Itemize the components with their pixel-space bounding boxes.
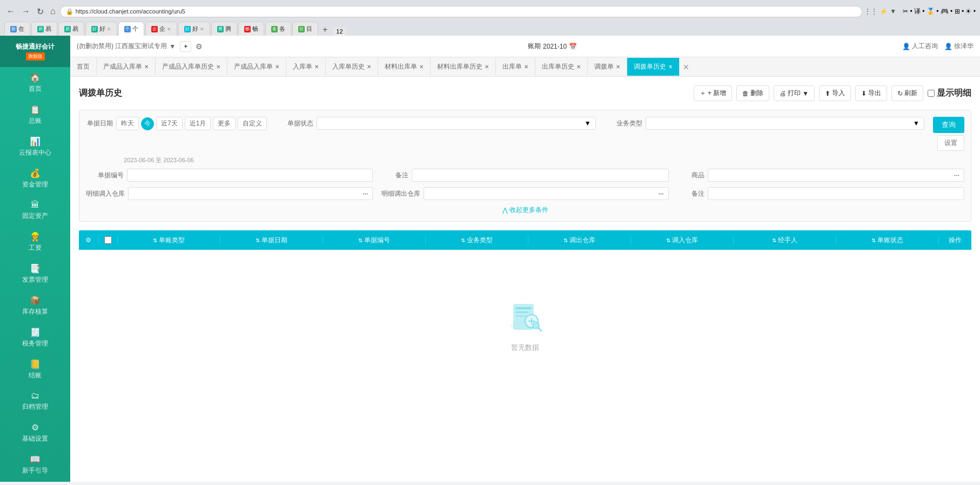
th-doc-date[interactable]: ⇅ 单据日期 <box>220 236 323 245</box>
goods-input[interactable]: ··· <box>708 169 964 182</box>
display-detail-checkbox[interactable]: 显示明细 <box>928 88 971 99</box>
sidebar-item-member[interactable]: 👑 畅会员 <box>0 481 70 482</box>
help-button[interactable]: 👤 人工咨询 <box>902 42 938 51</box>
filter-setting-button[interactable]: 设置 <box>937 135 964 151</box>
search-button[interactable]: 查询 <box>933 117 964 133</box>
status-select[interactable]: ▼ <box>317 117 595 130</box>
browser-tab-6[interactable]: 好 好 ✕ <box>178 22 210 36</box>
page-tab-product-inbound[interactable]: 产成品入库单 ✕ <box>97 58 156 76</box>
export-button[interactable]: ⬇ 导出 <box>855 85 887 101</box>
user-menu[interactable]: 👤 徐泽华 <box>944 42 974 51</box>
page-tab-home[interactable]: 首页 <box>70 58 97 76</box>
th-biz-type[interactable]: ⇅ 业务类型 <box>426 236 528 245</box>
browser-tab-1[interactable]: 新 在 <box>4 22 30 36</box>
tab-close-transfer[interactable]: ✕ <box>616 64 620 70</box>
browser-tab-4[interactable]: 好 好 ✕ <box>85 22 117 36</box>
browser-tab-3[interactable]: 易 易 <box>58 22 84 36</box>
th-transfer-in[interactable]: ⇅ 调入仓库 <box>631 236 734 245</box>
page-tabs-close[interactable]: ✕ <box>680 58 693 76</box>
sidebar-item-settings[interactable]: ⚙ 基础设置 <box>0 417 70 449</box>
doc-number-input[interactable] <box>127 169 373 182</box>
company-selector[interactable]: (勿删勿禁用) 江西服宝测试专用 ▼ <box>77 42 176 51</box>
date-more[interactable]: 更多 <box>213 117 236 130</box>
back-button[interactable]: ← <box>4 5 17 17</box>
sidebar-item-ledger[interactable]: 📋 总账 <box>0 99 70 131</box>
browser-tab-8[interactable]: 畅 畅 <box>238 22 264 36</box>
detail-out-input[interactable]: ··· <box>424 187 668 200</box>
browser-tab-9[interactable]: 各 各 <box>265 22 291 36</box>
delete-button[interactable]: 🗑 删除 <box>736 85 769 101</box>
sidebar-item-reports[interactable]: 📊 云报表中心 <box>0 131 70 163</box>
browser-tab-active[interactable]: 个 个 <box>118 22 144 36</box>
th-transfer-out[interactable]: ⇅ 调出仓库 <box>528 236 631 245</box>
reload-button[interactable]: ↻ <box>35 5 46 18</box>
date-7days[interactable]: 近7天 <box>156 117 183 130</box>
browser-tab-2[interactable]: 易 易 <box>31 22 57 36</box>
tab-close-outbound-history[interactable]: ✕ <box>576 64 581 70</box>
browser-tab-10[interactable]: 目 目 <box>292 22 318 36</box>
th-checkbox[interactable] <box>98 236 118 244</box>
tab-close-product-inbound2[interactable]: ✕ <box>275 64 279 70</box>
sidebar-item-assets[interactable]: 🏛 固定资产 <box>0 195 70 226</box>
tab-close-6[interactable]: ✕ <box>200 26 204 32</box>
add-company-button[interactable]: + <box>180 41 191 52</box>
tab-close-outbound[interactable]: ✕ <box>524 64 528 70</box>
home-button[interactable]: ⌂ <box>48 5 58 17</box>
collapse-button[interactable]: ⋀ 收起更多条件 <box>502 205 548 215</box>
page-tab-product-inbound2[interactable]: 产成品入库单 ✕ <box>227 58 286 76</box>
remark-input[interactable] <box>412 169 668 182</box>
extensions: ✂ • 译 • 🥇 • 🎮 • ⊞ • ☀ • <box>903 7 976 16</box>
tab-close-product-inbound[interactable]: ✕ <box>144 64 149 70</box>
new-tab-button[interactable]: + <box>319 24 331 36</box>
sidebar-item-archive[interactable]: 🗂 归档管理 <box>0 386 70 417</box>
th-doc-number[interactable]: ⇅ 单据编号 <box>323 236 426 245</box>
page-tab-transfer-history[interactable]: 调拨单历史 ✕ <box>627 58 680 76</box>
date-today[interactable]: 今 <box>141 117 154 130</box>
topbar-settings-button[interactable]: ⚙ <box>196 42 203 51</box>
sidebar-item-home[interactable]: 🏠 首页 <box>0 67 70 99</box>
sidebar-item-invoice[interactable]: 📑 发票管理 <box>0 258 70 290</box>
th-handler[interactable]: ⇅ 经手人 <box>734 236 836 245</box>
print-button[interactable]: 🖨 打印 ▼ <box>774 85 815 101</box>
tab-close-inbound[interactable]: ✕ <box>314 64 319 70</box>
page-tab-inbound[interactable]: 入库单 ✕ <box>286 58 326 76</box>
sidebar-item-funds[interactable]: 💰 资金管理 <box>0 163 70 195</box>
sidebar-item-close[interactable]: 📒 结账 <box>0 354 70 386</box>
detail-remark-input[interactable] <box>708 187 964 200</box>
date-1month[interactable]: 近1月 <box>185 117 211 130</box>
browser-tab-7[interactable]: 腾 腾 <box>211 22 237 36</box>
page-tab-inbound-history[interactable]: 入库单历史 ✕ <box>326 58 378 76</box>
tab-close-transfer-history[interactable]: ✕ <box>668 64 673 70</box>
import-button[interactable]: ⬆ 导入 <box>819 85 851 101</box>
th-doc-status[interactable]: ⇅ 单账状态 <box>836 236 939 245</box>
sidebar-item-tax[interactable]: 🧾 税务管理 <box>0 322 70 354</box>
th-doc-type[interactable]: ⇅ 单账类型 <box>118 236 220 245</box>
detail-in-input[interactable]: ··· <box>128 187 373 200</box>
sidebar-item-inventory[interactable]: 📦 库存核算 <box>0 290 70 322</box>
th-gear[interactable]: ⚙ <box>79 236 98 244</box>
forward-button[interactable]: → <box>19 5 32 17</box>
sidebar-item-salary[interactable]: 👷 工资 <box>0 226 70 258</box>
tab-close-product-inbound-history[interactable]: ✕ <box>216 64 220 70</box>
page-tab-product-inbound-history[interactable]: 产成品入库单历史 ✕ <box>156 58 227 76</box>
address-bar[interactable]: 🔒 https://cloud.chanjet.com/accounting/u… <box>60 6 863 17</box>
refresh-button[interactable]: ↻ 刷新 <box>891 85 923 101</box>
tab-close-material-out[interactable]: ✕ <box>419 64 424 70</box>
sidebar-item-guide[interactable]: 📖 新手引导 <box>0 449 70 481</box>
page-tab-material-out-history[interactable]: 材料出库单历史 ✕ <box>431 58 496 76</box>
display-detail-input[interactable] <box>928 90 935 97</box>
select-all-checkbox[interactable] <box>104 236 112 244</box>
biz-type-select[interactable]: ▼ <box>646 117 924 130</box>
tab-close-material-out-history[interactable]: ✕ <box>485 64 489 70</box>
page-tab-outbound[interactable]: 出库单 ✕ <box>496 58 535 76</box>
date-custom[interactable]: 自定义 <box>238 117 267 130</box>
tab-close-4[interactable]: ✕ <box>107 26 111 32</box>
date-yesterday[interactable]: 昨天 <box>116 117 139 130</box>
tab-close-inbound-history[interactable]: ✕ <box>367 64 371 70</box>
page-tab-outbound-history[interactable]: 出库单历史 ✕ <box>535 58 588 76</box>
browser-tab-5[interactable]: 企 企 ✕ <box>145 22 177 36</box>
tab-close-5[interactable]: ✕ <box>167 26 171 32</box>
new-button[interactable]: ＋ + 新增 <box>694 85 732 101</box>
page-tab-transfer[interactable]: 调拨单 ✕ <box>588 58 627 76</box>
page-tab-material-out[interactable]: 材料出库单 ✕ <box>378 58 431 76</box>
